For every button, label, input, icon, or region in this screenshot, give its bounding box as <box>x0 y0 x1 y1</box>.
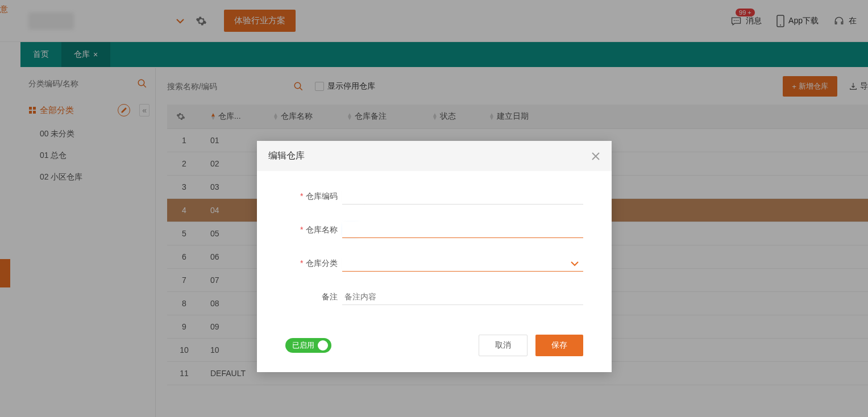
warehouse-code-input[interactable] <box>342 188 583 205</box>
save-button[interactable]: 保存 <box>535 335 583 356</box>
enabled-toggle[interactable]: 已启用 <box>285 338 331 353</box>
modal-title: 编辑仓库 <box>268 150 591 162</box>
modal-overlay: 编辑仓库 *仓库编码 *仓库名称 *仓库分类 <box>0 0 868 417</box>
close-icon[interactable] <box>591 152 600 161</box>
edit-warehouse-modal: 编辑仓库 *仓库编码 *仓库名称 *仓库分类 <box>257 141 612 372</box>
cancel-button[interactable]: 取消 <box>479 335 528 356</box>
remark-label: 备注 <box>322 292 338 301</box>
warehouse-category-select[interactable] <box>342 255 583 272</box>
category-label: 仓库分类 <box>306 258 338 268</box>
name-label: 仓库名称 <box>306 225 338 234</box>
warehouse-remark-input[interactable] <box>342 289 583 305</box>
warehouse-name-input[interactable] <box>342 222 583 238</box>
code-label: 仓库编码 <box>306 191 338 201</box>
